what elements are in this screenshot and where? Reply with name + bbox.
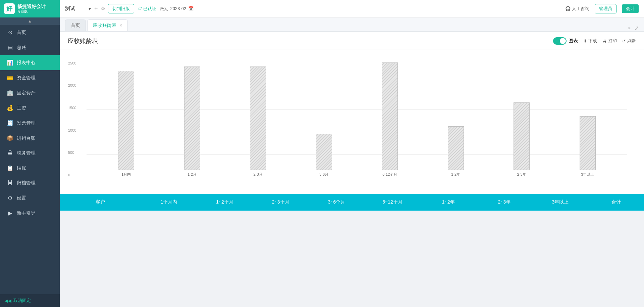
sidebar-item-ledger[interactable]: ▤ 总账: [0, 40, 60, 55]
expand-icon[interactable]: ⤢: [634, 25, 639, 31]
sidebar-label-stockledger: 进销台账: [17, 135, 36, 141]
page-actions: 图表 ⬇ 下载 🖨 打印 ↺ 刷新: [553, 37, 636, 45]
sidebar-item-reports[interactable]: 📊 报表中心: [0, 55, 60, 70]
table-header-4: 3~6个月: [309, 194, 365, 211]
sidebar-item-settings[interactable]: ⚙ 设置: [0, 190, 60, 206]
download-icon: ⬇: [583, 39, 587, 44]
consult-label: 人工咨询: [572, 6, 589, 12]
chart-bar: [448, 126, 464, 170]
chart-bar: [580, 116, 596, 170]
cancel-pin-label: 取消固定: [13, 298, 31, 304]
funds-icon: 💳: [7, 75, 13, 81]
download-label: 下载: [588, 38, 597, 44]
sidebar-item-closing[interactable]: 📋 结账: [0, 161, 60, 176]
shield-icon: 🛡: [138, 6, 142, 11]
sidebar-label-invoice: 发票管理: [17, 120, 36, 126]
bar-label: 2-3月: [254, 172, 263, 177]
sidebar-item-guide[interactable]: ▶ 新手引导: [0, 206, 60, 221]
reports-icon: 📊: [7, 59, 13, 66]
sidebar-item-assets[interactable]: 🏢 固定资产: [0, 85, 60, 100]
period-value: 2023-02: [170, 6, 186, 11]
logo-sub: 专业版: [17, 9, 46, 14]
refresh-icon: ↺: [622, 39, 626, 44]
tab-ar-aging-label: 应收账龄表: [93, 23, 116, 28]
switch-version-button[interactable]: 切到旧版: [108, 4, 134, 13]
print-button[interactable]: 🖨 打印: [602, 38, 617, 44]
topbar: 测试 ▾ + ⚙ 切到旧版 🛡 已认证 账期 2023-02 📅 🎧 人工咨询 …: [60, 0, 644, 17]
dropdown-arrow-icon: ▾: [89, 6, 91, 11]
sidebar-scroll-up[interactable]: ▲: [0, 17, 60, 25]
sidebar-menu: ⊙ 首页 ▤ 总账 📊 报表中心 💳 资金管理 🏢 固定资产 💰 工资 🧾 发票…: [0, 25, 60, 294]
table-header-1: 1个月内: [141, 194, 197, 211]
sidebar-item-salary[interactable]: 💰 工资: [0, 100, 60, 116]
role-button[interactable]: 会计: [622, 4, 639, 13]
ledger-icon: ▤: [7, 44, 13, 51]
tab-ar-aging[interactable]: 应收账龄表 ×: [87, 19, 128, 31]
y-label: 1500: [68, 106, 76, 110]
guide-icon: ▶: [7, 210, 13, 216]
sidebar: 好 畅捷通好会计 专业版 ▲ ⊙ 首页 ▤ 总账 📊 报表中心 💳 资金管理 🏢…: [0, 0, 60, 307]
period-display: 账期 2023-02 📅: [160, 6, 194, 12]
salary-icon: 💰: [7, 105, 13, 111]
download-button[interactable]: ⬇ 下载: [583, 38, 597, 44]
window-controls: × ⤢: [628, 25, 639, 31]
sidebar-item-invoice[interactable]: 🧾 发票管理: [0, 116, 60, 131]
sidebar-item-home[interactable]: ⊙ 首页: [0, 25, 60, 40]
chart-scroll-area[interactable]: 25002000150010005000 1月内 1-2月 2-3月 3-6月 …: [60, 49, 644, 307]
bar-group: 3-6月: [316, 134, 332, 177]
tax-icon: 🏛: [7, 150, 13, 156]
chart-bar: [184, 67, 200, 170]
headset-icon: 🎧: [565, 6, 571, 11]
chart-bar: [382, 62, 398, 170]
chart-bar: [514, 102, 530, 170]
sidebar-label-archive: 归档管理: [17, 180, 36, 186]
bar-label: 6-12个月: [382, 172, 397, 177]
sidebar-label-ledger: 总账: [17, 45, 26, 51]
chart-toggle[interactable]: 图表: [553, 37, 578, 45]
bars-container: 1月内 1-2月 2-3月 3-6月 6-12个月 1-2年 2-3年 3年以上: [87, 56, 627, 177]
topbar-add-icon[interactable]: +: [94, 5, 98, 12]
main-area: 测试 ▾ + ⚙ 切到旧版 🛡 已认证 账期 2023-02 📅 🎧 人工咨询 …: [60, 0, 644, 307]
bar-group: 6-12个月: [382, 62, 398, 177]
table-header: 客户1个月内1~2个月2~3个月3~6个月6~12个月1~2年2~3年3年以上合…: [60, 194, 644, 211]
y-label: 500: [68, 150, 74, 155]
sidebar-label-home: 首页: [17, 30, 26, 36]
sidebar-item-funds[interactable]: 💳 资金管理: [0, 70, 60, 85]
home-icon: ⊙: [7, 29, 13, 36]
tab-close-icon[interactable]: ×: [120, 23, 122, 28]
topbar-dropdown[interactable]: ▾: [89, 6, 91, 11]
refresh-label: 刷新: [627, 38, 636, 44]
table-header-7: 2~3年: [476, 194, 532, 211]
page-header: 应收账龄表 图表 ⬇ 下载 🖨 打印 ↺ 刷新: [60, 32, 644, 49]
topbar-right: 🎧 人工咨询 管理员 会计: [565, 4, 639, 13]
sidebar-item-tax[interactable]: 🏛 税务管理: [0, 146, 60, 161]
cancel-pin-button[interactable]: ◀◀ 取消固定: [0, 294, 60, 307]
sidebar-label-salary: 工资: [17, 105, 26, 111]
close-panel-icon[interactable]: ×: [628, 25, 631, 31]
toggle-track[interactable]: [553, 37, 567, 45]
sidebar-label-guide: 新手引导: [17, 210, 36, 216]
topbar-settings-icon[interactable]: ⚙: [101, 5, 105, 12]
content-area: 应收账龄表 图表 ⬇ 下载 🖨 打印 ↺ 刷新: [60, 32, 644, 307]
sidebar-logo: 好 畅捷通好会计 专业版: [0, 0, 60, 17]
sidebar-item-stockledger[interactable]: 📦 进销台账: [0, 131, 60, 146]
bar-group: 1月内: [118, 71, 134, 177]
sidebar-item-archive[interactable]: 🗄 归档管理: [0, 176, 60, 190]
tab-home[interactable]: 首页: [65, 19, 86, 31]
print-icon: 🖨: [602, 39, 607, 44]
user-button[interactable]: 管理员: [595, 4, 616, 13]
chart-bar: [316, 134, 332, 170]
consult-button[interactable]: 🎧 人工咨询: [565, 6, 589, 12]
chart-inner: 25002000150010005000 1月内 1-2月 2-3月 3-6月 …: [87, 56, 627, 177]
chart-container: 25002000150010005000 1月内 1-2月 2-3月 3-6月 …: [60, 49, 644, 194]
sidebar-label-settings: 设置: [17, 195, 26, 201]
bar-label: 3-6月: [319, 172, 328, 177]
refresh-button[interactable]: ↺ 刷新: [622, 38, 636, 44]
chart-toggle-label: 图表: [569, 38, 578, 44]
toggle-thumb: [560, 38, 566, 44]
y-label: 1000: [68, 128, 76, 132]
calendar-icon[interactable]: 📅: [188, 6, 194, 11]
bar-group: 1-2月: [184, 67, 200, 177]
x-axis-line: [87, 177, 627, 177]
page-title: 应收账龄表: [68, 37, 98, 45]
